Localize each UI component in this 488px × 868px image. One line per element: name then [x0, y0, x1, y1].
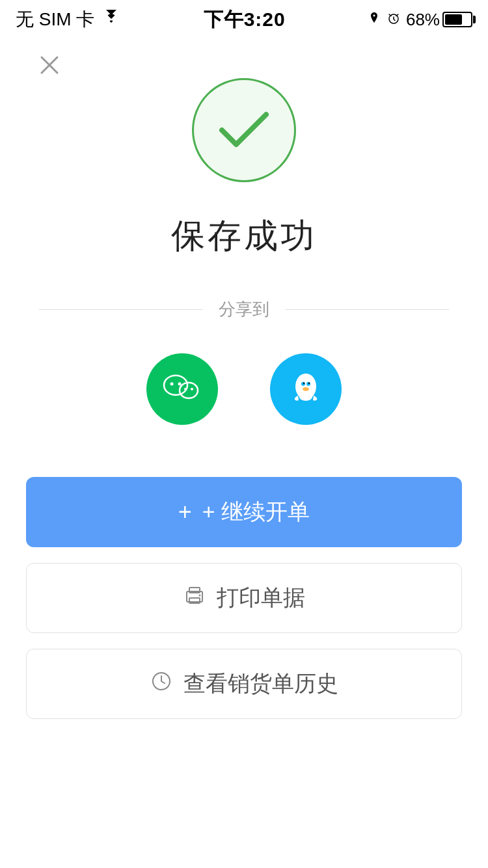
svg-point-8 — [191, 388, 193, 390]
battery-icon — [442, 12, 472, 27]
close-button[interactable] — [31, 47, 68, 83]
svg-point-12 — [301, 382, 305, 386]
battery-container: 68% — [406, 10, 472, 30]
print-button[interactable]: 打印单据 — [26, 563, 462, 633]
svg-point-13 — [306, 382, 310, 386]
main-content: 保存成功 分享到 — [0, 39, 488, 719]
wifi-icon — [101, 9, 122, 30]
plus-icon: + — [178, 498, 192, 526]
history-label: 查看销货单历史 — [183, 669, 338, 699]
svg-point-3 — [164, 375, 187, 395]
status-left: 无 SIM 卡 — [16, 7, 122, 32]
status-time: 下午3:20 — [204, 7, 286, 33]
battery-label: 68% — [406, 10, 440, 30]
svg-point-15 — [308, 383, 310, 384]
print-icon — [183, 584, 206, 612]
divider-line-right — [285, 309, 449, 310]
wechat-icon — [161, 371, 203, 407]
qq-icon — [285, 368, 327, 410]
svg-point-5 — [170, 383, 174, 386]
svg-point-21 — [199, 595, 201, 597]
svg-point-14 — [303, 383, 305, 384]
location-icon — [367, 10, 381, 30]
success-icon-circle — [192, 78, 296, 182]
share-row — [146, 353, 342, 425]
share-qq-button[interactable] — [270, 353, 342, 425]
history-icon — [150, 670, 173, 698]
checkmark-icon — [218, 111, 270, 150]
no-sim-label: 无 SIM 卡 — [16, 7, 94, 32]
continue-order-label: + 继续开单 — [202, 497, 310, 527]
success-title: 保存成功 — [171, 213, 317, 259]
divider-line-left — [39, 309, 203, 310]
alarm-icon — [386, 10, 401, 30]
share-wechat-button[interactable] — [146, 353, 218, 425]
print-label: 打印单据 — [217, 583, 305, 613]
status-right: 68% — [367, 10, 472, 30]
share-divider-row: 分享到 — [0, 298, 488, 321]
share-label: 分享到 — [203, 298, 285, 321]
actions-container: + + 继续开单 打印单据 查看销货单历史 — [0, 477, 488, 719]
svg-point-16 — [303, 387, 309, 391]
svg-point-4 — [180, 383, 198, 398]
history-button[interactable]: 查看销货单历史 — [26, 649, 462, 719]
svg-point-7 — [184, 388, 187, 390]
svg-point-6 — [178, 383, 182, 386]
continue-order-button[interactable]: + + 继续开单 — [26, 477, 462, 547]
svg-point-17 — [299, 393, 312, 401]
status-bar: 无 SIM 卡 下午3:20 68% — [0, 0, 488, 39]
